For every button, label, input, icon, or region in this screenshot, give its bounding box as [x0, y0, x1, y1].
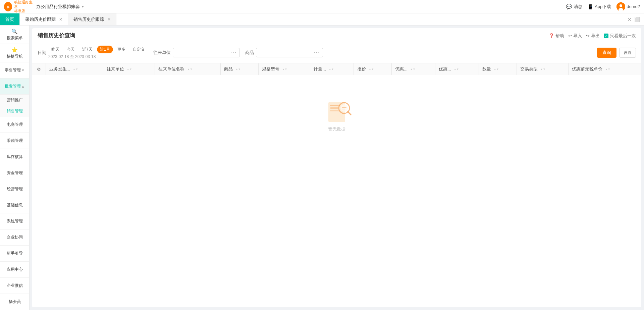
date-filter-col: 昨天 今天 近7天 近1月 更多 自定义 2023-02-18 至 2023-0… — [48, 46, 148, 60]
sidebar-item-system[interactable]: 系统管理 — [0, 213, 29, 229]
sidebar-label-ecommerce: 电商管理 — [7, 122, 23, 127]
search-icon: 🔍 — [11, 29, 18, 35]
sidebar-item-operations[interactable]: 经营管理 — [0, 181, 29, 197]
tab-home-label: 首页 — [5, 16, 14, 22]
col-biz-date-label: 业务发生... — [49, 66, 70, 71]
app-download-button[interactable]: 📱 App下载 — [588, 4, 611, 10]
col-quantity[interactable]: 数量 ▲▼ — [479, 63, 517, 75]
counterparty-dots-icon: ··· — [230, 50, 237, 56]
sidebar-item-purchase[interactable]: 采购管理 — [0, 133, 29, 149]
product-dots-icon: ··· — [314, 50, 320, 56]
col-discount2[interactable]: 优惠... ▲▼ — [435, 63, 479, 75]
date-btn-7days[interactable]: 近7天 — [79, 46, 96, 53]
date-btn-today[interactable]: 今天 — [64, 46, 78, 53]
sidebar-label-enterprise: 企业协同 — [7, 235, 23, 240]
tab-home[interactable]: 首页 — [0, 13, 20, 25]
date-btn-yesterday[interactable]: 昨天 — [48, 46, 62, 53]
settings-button[interactable]: 设置 — [619, 48, 636, 58]
date-range-text: 2023-02-18 至 2023-03-18 — [48, 54, 148, 60]
tab-purchase-close-icon[interactable]: ✕ — [59, 17, 62, 22]
empty-state: 暂无数据 — [32, 75, 641, 152]
close-window-icon[interactable]: ✕ — [628, 17, 632, 22]
sidebar-item-retail[interactable]: 零售管理 ▼ — [0, 62, 29, 79]
table-container: ⚙ 业务发生... ▲▼ 往来单位 ▲▼ 往来单位名称 — [32, 63, 641, 307]
user-avatar-area[interactable]: demo2 — [616, 2, 640, 11]
sidebar-item-marketing[interactable]: 营销推广 — [0, 95, 29, 106]
sidebar-item-member[interactable]: 畅会员 — [0, 294, 29, 310]
svg-point-3 — [620, 4, 622, 7]
sidebar-item-guide[interactable]: 新手引导 — [0, 246, 29, 262]
sidebar-item-sales-mgmt[interactable]: 销售管理 — [0, 106, 29, 117]
sort-arrows-pretax-price: ▲▼ — [605, 68, 610, 71]
date-btn-custom[interactable]: 自定义 — [130, 46, 148, 53]
shortcut-icon: ⭐ — [11, 47, 18, 53]
main-layout: 🔍 搜索菜单 ⭐ 快捷导航 零售管理 ▼ 批发管理 ▲ 营销推广 销售管理 电商… — [0, 25, 644, 310]
col-discount1[interactable]: 优惠... ▲▼ — [392, 63, 435, 75]
sort-arrows-quote: ▲▼ — [369, 68, 374, 71]
svg-line-11 — [348, 112, 351, 115]
col-pretax-price[interactable]: 优惠前无税单价 ▲▼ — [569, 63, 641, 75]
help-link[interactable]: ❓ 帮助 — [549, 33, 564, 39]
tab-purchase-history[interactable]: 采购历史价跟踪 ✕ — [20, 13, 68, 25]
sidebar-label-system: 系统管理 — [7, 218, 23, 224]
sidebar-item-ecommerce[interactable]: 电商管理 — [0, 117, 29, 133]
sidebar-label-shortcut: 快捷导航 — [7, 54, 23, 59]
product-input[interactable]: ··· — [256, 48, 323, 57]
query-button[interactable]: 查询 — [597, 48, 616, 58]
sidebar-item-appstore[interactable]: 应用中心 — [0, 262, 29, 278]
header-right: 💬 消息 📱 App下载 demo2 — [566, 2, 640, 11]
col-unit-label: 计量... — [314, 66, 326, 71]
tab-sales-close-icon[interactable]: ✕ — [107, 17, 111, 22]
col-tx-type[interactable]: 交易类型 ▲▼ — [517, 63, 568, 75]
sidebar-item-search[interactable]: 🔍 搜索菜单 — [0, 25, 29, 44]
message-button[interactable]: 💬 消息 — [566, 4, 582, 10]
sidebar-item-shortcut[interactable]: ⭐ 快捷导航 — [0, 44, 29, 62]
only-last-checkbox[interactable]: ✓ 只看最后一次 — [604, 33, 636, 39]
sidebar-label-appstore: 应用中心 — [7, 267, 23, 272]
message-icon: 💬 — [566, 4, 572, 10]
import-link[interactable]: ↩ 导入 — [568, 33, 582, 39]
col-counterparty-name[interactable]: 往来单位名称 ▲▼ — [155, 63, 221, 75]
col-product[interactable]: 商品 ▲▼ — [221, 63, 259, 75]
tab-purchase-label: 采购历史价跟踪 — [25, 16, 56, 22]
page-header-actions: ❓ 帮助 ↩ 导入 ↪ 导出 ✓ 只看最后一次 — [549, 33, 636, 39]
sort-arrows-tx-type: ▲▼ — [540, 68, 546, 71]
col-spec[interactable]: 规格型号 ▲▼ — [259, 63, 310, 75]
logo-text: 畅捷通好生意 标准版 — [14, 0, 34, 13]
col-quantity-label: 数量 — [482, 66, 491, 71]
sort-arrows-counterparty-name: ▲▼ — [187, 68, 193, 71]
sidebar-item-finance[interactable]: 资金管理 — [0, 165, 29, 181]
sidebar-item-wechat[interactable]: 企业微信 — [0, 278, 29, 294]
col-counterparty[interactable]: 往来单位 ▲▼ — [103, 63, 155, 75]
export-link[interactable]: ↪ 导出 — [586, 33, 600, 39]
table-header-row: ⚙ 业务发生... ▲▼ 往来单位 ▲▼ 往来单位名称 — [32, 63, 641, 75]
chevron-down-icon: ▼ — [81, 5, 85, 8]
sidebar-label-finance: 资金管理 — [7, 170, 23, 176]
col-quote[interactable]: 报价 ▲▼ — [354, 63, 392, 75]
maximize-icon[interactable]: ⬜ — [634, 17, 640, 22]
col-discount2-label: 优惠... — [439, 66, 451, 71]
col-unit[interactable]: 计量... ▲▼ — [310, 63, 354, 75]
sidebar-label-guide: 新手引导 — [7, 251, 23, 256]
sidebar-item-basic[interactable]: 基础信息 — [0, 197, 29, 213]
sidebar-item-enterprise[interactable]: 企业协同 — [0, 229, 29, 246]
date-btn-more[interactable]: 更多 — [114, 46, 128, 53]
sidebar-label-basic: 基础信息 — [7, 202, 23, 208]
sort-arrows-discount2: ▲▼ — [454, 68, 459, 71]
export-label: 导出 — [591, 33, 600, 39]
date-filter-group: 日期 昨天 今天 近7天 近1月 更多 自定义 2023-02-18 至 202… — [38, 46, 148, 60]
col-counterparty-label: 往来单位 — [107, 66, 124, 71]
col-biz-date[interactable]: 业务发生... ▲▼ — [46, 63, 103, 75]
col-gear[interactable]: ⚙ — [32, 63, 46, 75]
page-container: 销售历史价查询 ❓ 帮助 ↩ 导入 ↪ 导出 ✓ — [32, 28, 641, 307]
sidebar-item-inventory[interactable]: 库存核算 — [0, 149, 29, 165]
svg-rect-7 — [330, 107, 338, 109]
counterparty-input[interactable]: ··· — [173, 48, 240, 57]
tab-sales-history[interactable]: 销售历史价跟踪 ✕ — [68, 13, 116, 25]
sidebar-item-wholesale[interactable]: 批发管理 ▲ — [0, 79, 29, 95]
sidebar-label-search: 搜索菜单 — [7, 35, 23, 41]
workspace-selector[interactable]: 办公用品行业模拟账套 ▼ — [36, 4, 85, 10]
col-product-label: 商品 — [224, 66, 233, 71]
date-btn-1month[interactable]: 近1月 — [97, 46, 113, 53]
filter-actions: 查询 设置 — [597, 48, 636, 58]
